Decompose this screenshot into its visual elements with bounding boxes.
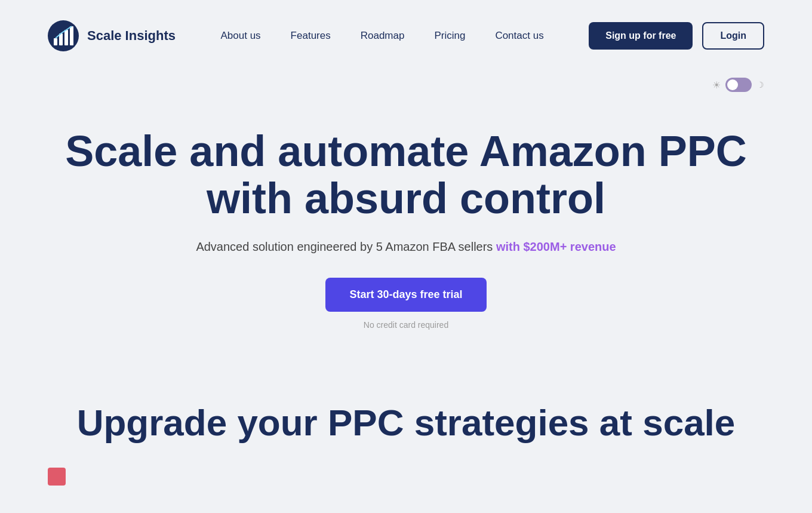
upgrade-section: Upgrade your PPC strategies at scale — [0, 354, 812, 456]
hero-title-line2: with absurd control — [207, 174, 605, 222]
svg-point-0 — [48, 20, 79, 51]
logo-icon — [48, 20, 79, 51]
header: Scale Insights About us Features Roadmap… — [0, 0, 812, 72]
login-button[interactable]: Login — [702, 22, 764, 50]
hero-subtitle: Advanced solution engineered by 5 Amazon… — [48, 240, 764, 254]
theme-toggle-area: ☀ ☽ — [0, 78, 812, 92]
theme-toggle[interactable] — [725, 78, 752, 92]
upgrade-title: Upgrade your PPC strategies at scale — [48, 401, 764, 444]
nav-pricing[interactable]: Pricing — [434, 30, 465, 42]
moon-icon: ☽ — [756, 80, 764, 90]
svg-rect-4 — [70, 26, 73, 45]
nav-roadmap[interactable]: Roadmap — [361, 30, 405, 42]
header-actions: Sign up for free Login — [589, 22, 764, 50]
hero-subtitle-normal: Advanced solution engineered by 5 Amazon… — [196, 240, 493, 253]
logo-link[interactable]: Scale Insights — [48, 20, 176, 51]
cta-button[interactable]: Start 30-days free trial — [325, 278, 486, 312]
svg-rect-1 — [54, 38, 57, 45]
svg-rect-3 — [64, 30, 68, 45]
nav-features[interactable]: Features — [291, 30, 331, 42]
hero-subtitle-highlight: with $200M+ revenue — [496, 240, 616, 253]
sun-icon: ☀ — [712, 79, 721, 91]
brand-name: Scale Insights — [87, 28, 176, 44]
pink-square-indicator — [48, 468, 66, 486]
hero-cta-area: Start 30-days free trial No credit card … — [48, 278, 764, 330]
main-nav: About us Features Roadmap Pricing Contac… — [221, 30, 544, 42]
toggle-knob — [727, 79, 738, 90]
nav-about[interactable]: About us — [221, 30, 261, 42]
no-credit-text: No credit card required — [48, 320, 764, 330]
signup-button[interactable]: Sign up for free — [589, 22, 693, 50]
hero-title: Scale and automate Amazon PPC with absur… — [48, 128, 764, 222]
nav-contact[interactable]: Contact us — [495, 30, 543, 42]
hero-title-line1: Scale and automate Amazon PPC — [65, 127, 747, 175]
hero-section: Scale and automate Amazon PPC with absur… — [0, 92, 812, 354]
